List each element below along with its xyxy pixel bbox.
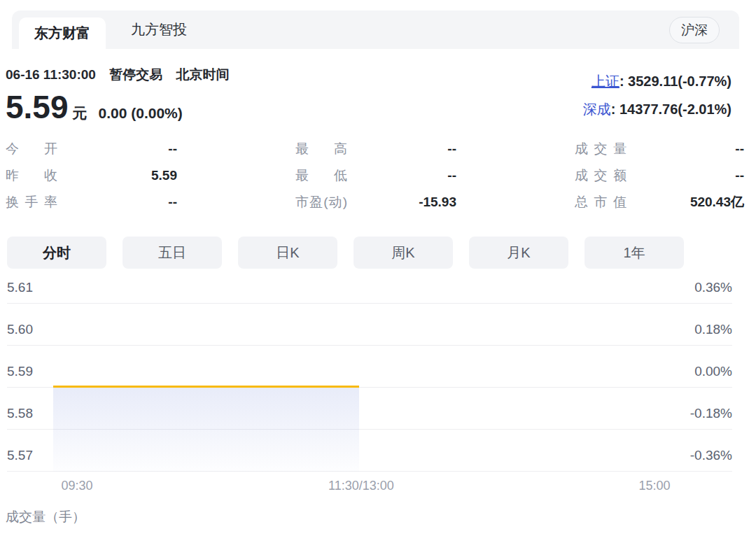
index-sep: :: [611, 101, 616, 117]
index-shenzhen-link[interactable]: 深成: [583, 101, 611, 117]
stat-value: --: [57, 195, 177, 210]
index-shanghai-link[interactable]: 上证: [592, 73, 620, 89]
tab-eastmoney[interactable]: 东方财富: [19, 17, 106, 49]
period-tab-monthly[interactable]: 月K: [469, 237, 568, 269]
quote-left: 06-16 11:30:00 暂停交易 北京时间 5.59 元 0.00 (0.…: [6, 66, 239, 126]
stat-label: 今开: [6, 140, 57, 158]
period-tab-intraday[interactable]: 分时: [7, 237, 106, 269]
y-axis-price-label: 5.61: [7, 280, 33, 295]
period-tabbar: 分时 五日 日K 周K 月K 1年: [7, 237, 756, 269]
stat-value: 5.59: [57, 168, 177, 183]
stat-value: --: [57, 141, 177, 157]
y-axis-price-label: 5.59: [7, 364, 33, 379]
period-tab-5day[interactable]: 五日: [122, 237, 222, 269]
stat-value: --: [347, 141, 456, 157]
x-tick-1500: 15:00: [638, 479, 670, 493]
y-axis-price-label: 5.57: [7, 448, 33, 463]
stats-col-3: 成交量 -- 成交额 -- 总市值 520.43亿: [575, 136, 744, 216]
stat-value: --: [626, 141, 744, 157]
y-axis-price-label: 5.58: [7, 406, 33, 421]
stat-high: 最高 --: [295, 136, 456, 162]
quote-datetime: 06-16 11:30:00: [6, 67, 96, 82]
quote-priceline: 5.59 元 0.00 (0.00%): [6, 88, 239, 126]
stat-value: 520.43亿: [626, 193, 744, 211]
stat-label: 最低: [295, 167, 347, 185]
period-tab-weekly[interactable]: 周K: [354, 237, 453, 269]
index-shenzhen-value: 14377.76(-2.01%): [620, 101, 732, 117]
period-tab-1year[interactable]: 1年: [584, 237, 684, 269]
tab-jiufangzhitou[interactable]: 九方智投: [131, 20, 187, 39]
stat-value: -15.93: [347, 195, 456, 210]
quote-header: 06-16 11:30:00 暂停交易 北京时间 5.59 元 0.00 (0.…: [0, 49, 756, 126]
index-shenzhen: 深成: 14377.76(-2.01%): [583, 95, 732, 123]
chart-grid-row: 5.61 0.36%: [7, 274, 732, 304]
stat-label: 成交量: [575, 140, 626, 158]
index-summary: 上证: 3529.11(-0.77%) 深成: 14377.76(-2.01%): [583, 66, 732, 126]
period-tab-daily[interactable]: 日K: [238, 237, 337, 269]
stat-label: 最高: [295, 140, 347, 158]
stats-col-1: 今开 -- 昨收 5.59 换手率 --: [6, 136, 177, 216]
y-axis-percent-label: -0.36%: [690, 448, 732, 463]
stat-amount: 成交额 --: [575, 162, 744, 189]
source-tabbar: 东方财富 九方智投 沪深: [12, 10, 739, 49]
volume-section-label: 成交量（手）: [6, 508, 756, 526]
price-unit: 元: [73, 104, 88, 123]
price-change: 0.00 (0.00%): [99, 105, 183, 122]
quote-status: 暂停交易: [109, 67, 162, 82]
y-axis-percent-label: 0.36%: [694, 280, 732, 295]
stat-turnover-rate: 换手率 --: [6, 189, 177, 216]
chart-price-line: [53, 386, 359, 388]
y-axis-percent-label: -0.18%: [690, 406, 732, 421]
market-badge-hushen[interactable]: 沪深: [669, 17, 720, 43]
index-shanghai: 上证: 3529.11(-0.77%): [583, 67, 732, 95]
stat-value: --: [626, 168, 744, 183]
y-axis-price-label: 5.60: [7, 322, 33, 337]
index-shanghai-value: 3529.11(-0.77%): [628, 73, 732, 89]
quote-timezone: 北京时间: [176, 67, 229, 82]
stat-label: 换手率: [6, 193, 57, 211]
index-sep: :: [620, 73, 624, 89]
stat-label: 成交额: [575, 167, 626, 185]
current-price: 5.59: [6, 88, 69, 126]
intraday-chart[interactable]: 5.61 0.36% 5.60 0.18% 5.59 0.00% 5.58 -0…: [7, 274, 732, 500]
x-tick-1130-1300: 11:30/13:00: [328, 479, 394, 493]
stat-low: 最低 --: [295, 162, 456, 189]
stat-value: --: [347, 168, 456, 183]
y-axis-percent-label: 0.18%: [694, 322, 732, 337]
chart-x-axis: 09:30 11:30/13:00 15:00: [7, 472, 732, 500]
stat-label: 总市值: [575, 193, 626, 211]
stat-label: 昨收: [6, 167, 57, 185]
stat-volume: 成交量 --: [575, 136, 744, 162]
chart-grid-row: 5.59 0.00%: [7, 346, 732, 388]
stat-prev-close: 昨收 5.59: [6, 162, 177, 189]
stat-pe-ratio: 市盈(动) -15.93: [295, 189, 456, 216]
chart-area-fill: [53, 388, 359, 472]
quote-dateline: 06-16 11:30:00 暂停交易 北京时间: [6, 66, 239, 84]
x-tick-0930: 09:30: [61, 479, 92, 493]
y-axis-percent-label: 0.00%: [694, 364, 732, 379]
stat-today-open: 今开 --: [6, 136, 177, 162]
stats-col-2: 最高 -- 最低 -- 市盈(动) -15.93: [295, 136, 456, 216]
chart-grid-row: 5.60 0.18%: [7, 304, 732, 346]
stat-market-cap: 总市值 520.43亿: [575, 189, 744, 216]
stat-label: 市盈(动): [295, 193, 347, 211]
stats-grid: 今开 -- 昨收 5.59 换手率 -- 最高 -- 最低 -- 市盈(动) -…: [0, 126, 756, 216]
